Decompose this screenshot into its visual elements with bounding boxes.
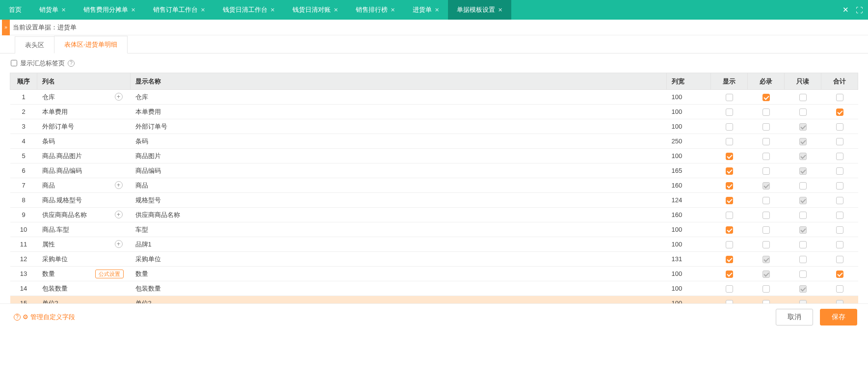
checkbox[interactable] <box>726 197 733 204</box>
checkbox[interactable] <box>726 108 733 116</box>
cell-display[interactable]: 品牌1 <box>131 237 667 252</box>
cell-display[interactable]: 车型 <box>131 222 667 237</box>
cell-width[interactable]: 100 <box>667 237 711 252</box>
tab-5[interactable]: 钱货日清对账✕ <box>284 0 347 20</box>
checkbox[interactable] <box>799 271 807 278</box>
sub-tab-0[interactable]: 表头区 <box>15 36 54 54</box>
checkbox[interactable] <box>726 153 733 160</box>
cell-width[interactable]: 100 <box>667 267 711 281</box>
cell-width[interactable]: 124 <box>667 193 711 208</box>
cell-width[interactable]: 100 <box>667 149 711 163</box>
cell-display[interactable]: 规格型号 <box>131 193 667 208</box>
summary-checkbox[interactable] <box>11 60 17 66</box>
checkbox[interactable] <box>799 182 807 190</box>
checkbox[interactable] <box>836 241 843 248</box>
close-icon[interactable]: ✕ <box>435 7 439 13</box>
checkbox[interactable] <box>836 138 843 145</box>
cell-width[interactable]: 100 <box>667 296 711 304</box>
close-icon[interactable]: ✕ <box>201 7 205 13</box>
cell-width[interactable]: 250 <box>667 134 711 149</box>
checkbox[interactable] <box>836 197 843 204</box>
checkbox[interactable] <box>763 212 770 219</box>
close-icon[interactable]: ✕ <box>61 7 66 13</box>
add-icon[interactable]: + <box>115 93 123 101</box>
cell-width[interactable]: 160 <box>667 208 711 222</box>
cell-width[interactable]: 160 <box>667 178 711 193</box>
checkbox[interactable] <box>836 285 843 293</box>
checkbox[interactable] <box>726 123 733 131</box>
cell-display[interactable]: 商品 <box>131 178 667 193</box>
checkbox[interactable] <box>726 182 733 190</box>
tab-2[interactable]: 销售费用分摊单✕ <box>75 0 144 20</box>
sub-tab-1[interactable]: 表体区-进货单明细 <box>54 36 128 54</box>
checkbox[interactable] <box>799 241 807 248</box>
checkbox[interactable] <box>836 212 843 219</box>
cell-display[interactable]: 供应商商品名称 <box>131 208 667 222</box>
tab-7[interactable]: 进货单✕ <box>404 0 448 20</box>
checkbox[interactable] <box>799 212 807 219</box>
checkbox[interactable] <box>763 138 770 145</box>
checkbox[interactable] <box>836 182 843 190</box>
checkbox[interactable] <box>726 167 733 175</box>
checkbox[interactable] <box>799 108 807 116</box>
checkbox[interactable] <box>726 94 733 101</box>
checkbox[interactable] <box>763 153 770 160</box>
tab-6[interactable]: 销售排行榜✕ <box>347 0 404 20</box>
cell-display[interactable]: 包装数量 <box>131 281 667 296</box>
tab-8[interactable]: 单据模板设置✕ <box>448 0 511 20</box>
add-icon[interactable]: + <box>115 211 123 218</box>
checkbox[interactable] <box>836 108 843 116</box>
checkbox[interactable] <box>763 300 770 303</box>
formula-button[interactable]: 公式设置 <box>95 270 124 278</box>
checkbox[interactable] <box>836 153 843 160</box>
close-icon[interactable]: ✕ <box>391 7 395 13</box>
checkbox[interactable] <box>726 226 733 234</box>
close-all-icon[interactable]: ✕ <box>842 5 849 14</box>
checkbox[interactable] <box>726 241 733 248</box>
tab-3[interactable]: 销售订单工作台✕ <box>144 0 214 20</box>
checkbox[interactable] <box>763 108 770 116</box>
cell-display[interactable]: 外部订单号 <box>131 119 667 134</box>
cell-width[interactable]: 100 <box>667 281 711 296</box>
manage-custom-fields-link[interactable]: 管理自定义字段 <box>30 313 75 322</box>
checkbox[interactable] <box>836 167 843 175</box>
cell-display[interactable]: 采购单位 <box>131 252 667 267</box>
checkbox[interactable] <box>836 94 843 101</box>
add-icon[interactable]: + <box>115 240 123 248</box>
checkbox[interactable] <box>836 123 843 131</box>
checkbox[interactable] <box>836 256 843 263</box>
cell-width[interactable]: 100 <box>667 105 711 119</box>
checkbox[interactable] <box>726 212 733 219</box>
cell-display[interactable]: 单位2 <box>131 296 667 304</box>
fullscreen-icon[interactable]: ⛶ <box>856 6 863 14</box>
save-button[interactable]: 保存 <box>820 309 857 325</box>
close-icon[interactable]: ✕ <box>498 7 502 13</box>
cell-display[interactable]: 商品编码 <box>131 163 667 178</box>
tab-1[interactable]: 销货单✕ <box>30 0 75 20</box>
checkbox[interactable] <box>726 256 733 263</box>
tab-4[interactable]: 钱货日清工作台✕ <box>214 0 284 20</box>
close-icon[interactable]: ✕ <box>334 7 338 13</box>
cell-display[interactable]: 本单费用 <box>131 105 667 119</box>
cell-width[interactable]: 131 <box>667 252 711 267</box>
checkbox[interactable] <box>763 241 770 248</box>
close-icon[interactable]: ✕ <box>270 7 275 13</box>
close-icon[interactable]: ✕ <box>131 7 135 13</box>
cell-display[interactable]: 仓库 <box>131 90 667 105</box>
cell-width[interactable]: 165 <box>667 163 711 178</box>
checkbox[interactable] <box>763 167 770 175</box>
add-icon[interactable]: + <box>115 181 123 189</box>
checkbox[interactable] <box>799 94 807 101</box>
checkbox[interactable] <box>799 256 807 263</box>
tab-0[interactable]: 首页 <box>0 0 30 20</box>
cell-width[interactable]: 100 <box>667 119 711 134</box>
checkbox[interactable] <box>763 123 770 131</box>
checkbox[interactable] <box>726 285 733 293</box>
footer-help-icon[interactable]: ? <box>14 314 21 321</box>
cell-display[interactable]: 商品图片 <box>131 149 667 163</box>
checkbox[interactable] <box>763 226 770 234</box>
checkbox[interactable] <box>763 285 770 293</box>
expand-sidebar-icon[interactable]: » <box>2 20 10 35</box>
help-icon[interactable]: ? <box>68 60 75 67</box>
cell-display[interactable]: 数量 <box>131 267 667 281</box>
